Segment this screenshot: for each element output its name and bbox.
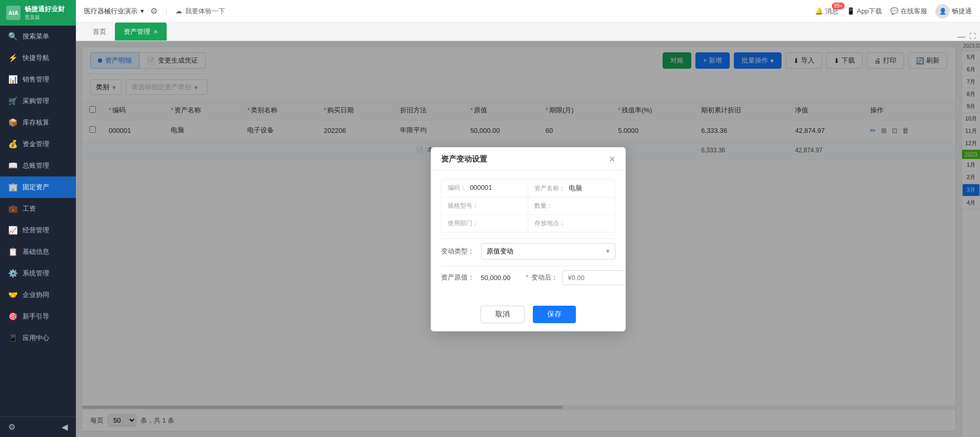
sidebar-item-search[interactable]: 🔍 搜索菜单 (0, 26, 76, 47)
dialog-info-grid: 编码： 000001 资产名称： 电脑 规格型号： 数量： (441, 179, 615, 232)
sidebar-item-purchase[interactable]: 🛒 采购管理 (0, 90, 76, 112)
sales-icon: 📊 (8, 75, 17, 84)
service-btn[interactable]: 💬 在线客服 (890, 7, 927, 16)
sidebar-item-guide[interactable]: 🎯 新手引导 (0, 306, 76, 327)
save-button[interactable]: 保存 (533, 306, 576, 323)
cloud-icon: ☁ (175, 7, 182, 15)
notification-badge: 99+ (832, 3, 845, 9)
after-value-input-wrapper[interactable] (562, 270, 625, 285)
cancel-button[interactable]: 取消 (481, 306, 525, 323)
sidebar-item-operations[interactable]: 📈 经营管理 (0, 220, 76, 241)
tabbar: 首页 资产管理 ✕ — ⛶ (76, 23, 980, 41)
sidebar-item-enterprise[interactable]: 🤝 企业协同 (0, 284, 76, 306)
window-maximize-icon[interactable]: ⛶ (969, 32, 976, 40)
sidebar-item-payroll[interactable]: 💼 工资 (0, 198, 76, 220)
dialog-spec-cell: 规格型号： (442, 197, 528, 215)
search-icon: 🔍 (8, 32, 17, 41)
sidebar-nav: 🔍 搜索菜单 ⚡ 快捷导航 📊 销售管理 🛒 采购管理 📦 库存核算 💰 资金管… (0, 26, 76, 416)
dialog-overlay: 资产变动设置 ✕ 编码： 000001 资产名称： 电脑 (76, 41, 980, 437)
ledger-icon: 📖 (8, 161, 17, 170)
basic-info-icon: 📋 (8, 247, 17, 256)
sidebar-item-quick-nav[interactable]: ⚡ 快捷导航 (0, 47, 76, 69)
sidebar: AtA 畅捷通好业财 普及版 🔍 搜索菜单 ⚡ 快捷导航 📊 销售管理 🛒 采购… (0, 0, 76, 437)
topbar: 医疗器械行业演示 ▾ ⚙ | ☁ 我要体验一下 🔔 消息 99+ 📱 App下载… (76, 0, 980, 23)
tab-asset-management[interactable]: 资产管理 ✕ (115, 23, 167, 41)
system-icon: ⚙️ (8, 269, 17, 278)
sidebar-item-fixed-assets[interactable]: 🏢 固定资产 (0, 176, 76, 198)
sidebar-item-sales[interactable]: 📊 销售管理 (0, 69, 76, 90)
company-selector[interactable]: 医疗器械行业演示 ▾ (84, 7, 144, 16)
payroll-icon: 💼 (8, 204, 17, 213)
collapse-icon[interactable]: ◀ (62, 422, 68, 432)
dialog-location-cell: 存放地点： (528, 215, 615, 232)
sidebar-bottom: ⚙ ◀ (0, 416, 76, 437)
purchase-icon: 🛒 (8, 96, 17, 106)
sidebar-item-basic-info[interactable]: 📋 基础信息 (0, 241, 76, 263)
dialog-dept-cell: 使用部门： (442, 215, 528, 232)
after-value-input[interactable] (568, 274, 625, 282)
asset-change-dialog: 资产变动设置 ✕ 编码： 000001 资产名称： 电脑 (431, 147, 626, 331)
sidebar-item-system[interactable]: ⚙️ 系统管理 (0, 263, 76, 284)
app-center-icon: 📱 (8, 333, 17, 343)
required-after-label: * 变动后： (526, 273, 558, 282)
app-logo-icon: AtA (6, 6, 21, 20)
topbar-right: 🔔 消息 99+ 📱 App下载 💬 在线客服 👤 畅捷通 (815, 4, 972, 18)
dialog-divider2 (441, 266, 615, 266)
download-btn[interactable]: 📱 App下载 (847, 7, 882, 16)
dialog-header: 资产变动设置 ✕ (431, 147, 626, 171)
dropdown-icon: ▾ (606, 247, 610, 255)
sidebar-item-inventory[interactable]: 📦 库存核算 (0, 112, 76, 133)
notifications-btn[interactable]: 🔔 消息 99+ (815, 7, 838, 16)
gear-icon[interactable]: ⚙ (150, 6, 157, 16)
sidebar-item-ledger[interactable]: 📖 总账管理 (0, 155, 76, 176)
tab-home[interactable]: 首页 (84, 23, 115, 41)
main-area: 医疗器械行业演示 ▾ ⚙ | ☁ 我要体验一下 🔔 消息 99+ 📱 App下载… (76, 0, 980, 437)
original-value-display: 50,000.00 (481, 274, 522, 282)
dialog-code-cell: 编码： 000001 (442, 180, 528, 197)
value-change-row: 资产原值： 50,000.00 * 变动后： (441, 270, 615, 285)
change-type-row: 变动类型： 原值变动 ▾ (441, 243, 615, 260)
download-icon: 📱 (847, 7, 855, 15)
content-area: 资产明细 📄 变更生成凭证 对账 + 新增 批量操作 ▾ (76, 41, 980, 437)
enterprise-icon: 🤝 (8, 290, 17, 300)
dialog-close-button[interactable]: ✕ (609, 154, 615, 164)
quick-nav-icon: ⚡ (8, 53, 17, 63)
experience-btn[interactable]: ☁ 我要体验一下 (175, 7, 225, 16)
change-type-select[interactable]: 原值变动 ▾ (481, 243, 615, 260)
user-menu[interactable]: 👤 畅捷通 (935, 4, 972, 18)
inventory-icon: 📦 (8, 118, 17, 127)
topbar-divider: | (166, 7, 167, 15)
dialog-body: 编码： 000001 资产名称： 电脑 规格型号： 数量： (431, 171, 626, 300)
finance-icon: 💰 (8, 140, 17, 149)
company-name: 医疗器械行业演示 (84, 7, 137, 16)
operations-icon: 📈 (8, 226, 17, 235)
dialog-footer: 取消 保存 (431, 300, 626, 331)
dialog-title: 资产变动设置 (441, 154, 487, 164)
sidebar-logo: AtA 畅捷通好业财 普及版 (0, 0, 76, 26)
dropdown-icon: ▾ (141, 7, 144, 15)
bell-icon: 🔔 (815, 7, 823, 15)
tab-close-icon[interactable]: ✕ (153, 29, 158, 35)
fixed-assets-icon: 🏢 (8, 183, 17, 192)
dialog-divider1 (441, 239, 615, 239)
sidebar-item-finance[interactable]: 💰 资金管理 (0, 133, 76, 155)
service-icon: 💬 (890, 7, 898, 15)
dialog-qty-cell: 数量： (528, 197, 615, 215)
brand-text: 畅捷通好业财 普及版 (25, 5, 65, 21)
guide-icon: 🎯 (8, 312, 17, 321)
dialog-name-cell: 资产名称： 电脑 (528, 180, 615, 197)
window-minimize-icon[interactable]: — (957, 32, 965, 41)
avatar: 👤 (935, 4, 950, 18)
settings-icon[interactable]: ⚙ (8, 422, 15, 432)
sidebar-item-app-center[interactable]: 📱 应用中心 (0, 327, 76, 349)
